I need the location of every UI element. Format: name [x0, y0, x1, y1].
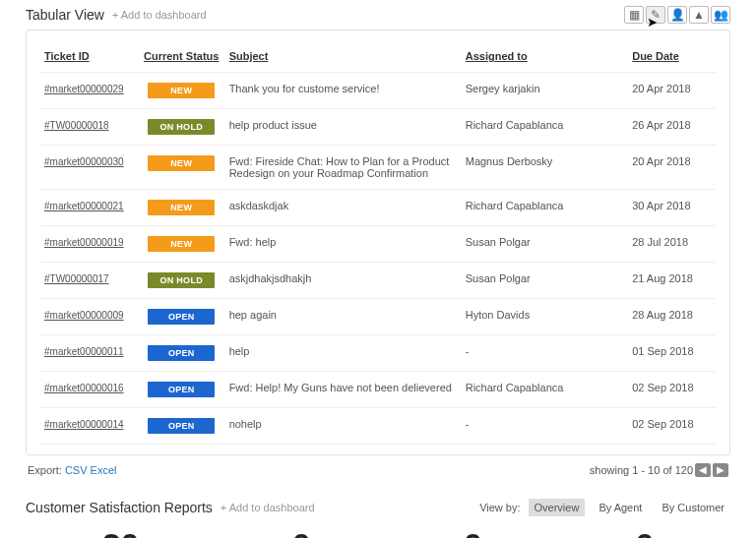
csr-title: Customer Satisfaction Reports — [26, 500, 213, 515]
subject-cell: hep again — [225, 299, 462, 335]
status-badge: OPEN — [148, 345, 215, 361]
ticket-id-link[interactable]: #market00000019 — [44, 237, 124, 248]
building-icon[interactable]: ▲ — [689, 6, 709, 24]
assigned-cell: - — [462, 335, 628, 372]
assigned-cell: Richard Capablanca — [462, 372, 628, 408]
status-badge: NEW — [148, 83, 215, 98]
assigned-cell: Magnus Derbosky — [462, 146, 628, 190]
due-cell: 02 Sep 2018 — [628, 372, 716, 408]
ticket-id-link[interactable]: #market00000021 — [44, 201, 124, 211]
export-excel-link[interactable]: Excel — [91, 464, 117, 476]
ticket-id-link[interactable]: #market00000011 — [44, 346, 124, 357]
due-cell: 28 Jul 2018 — [628, 226, 716, 263]
assigned-cell: Richard Capablanca — [462, 109, 628, 146]
viewby-overview[interactable]: Overview — [529, 499, 586, 516]
globe-icon[interactable]: ✎➤ — [646, 6, 665, 24]
col-assigned[interactable]: Assigned to — [462, 44, 628, 73]
due-cell: 26 Apr 2018 — [628, 109, 716, 146]
view-switch-toolbar: ▦ ✎➤ 👤 ▲ 👥 — [624, 6, 730, 24]
assigned-cell: Susan Polgar — [462, 226, 628, 263]
assigned-cell: Richard Capablanca — [462, 190, 628, 226]
tickets-table: Ticket ID Current Status Subject Assigne… — [40, 44, 716, 445]
ticket-id-link[interactable]: #TW00000017 — [44, 273, 109, 284]
subject-cell: Fwd: Fireside Chat: How to Plan for a Pr… — [225, 146, 462, 190]
subject-cell: Fwd: Help! My Guns have not been delieve… — [225, 372, 462, 408]
assigned-cell: Hyton Davids — [462, 299, 628, 335]
status-badge: NEW — [148, 200, 215, 215]
add-to-dashboard-link[interactable]: + Add to dashboard — [112, 9, 207, 21]
metric-2: 0 — [292, 526, 311, 538]
ticket-id-link[interactable]: #market00000016 — [44, 383, 124, 393]
paging-text: showing 1 - 10 of 120 — [590, 464, 693, 476]
status-badge: NEW — [148, 236, 215, 252]
status-badge: ON HOLD — [148, 272, 215, 288]
table-row: #market00000011OPENhelp-01 Sep 2018 — [40, 335, 716, 372]
table-row: #market00000019NEWFwd: helpSusan Polgar2… — [40, 226, 716, 263]
due-cell: 01 Sep 2018 — [628, 335, 716, 372]
cursor-icon: ➤ — [647, 15, 658, 30]
table-row: #market00000030NEWFwd: Fireside Chat: Ho… — [40, 146, 716, 190]
status-badge: OPEN — [148, 418, 215, 434]
prev-page-button[interactable]: ◀ — [695, 463, 711, 477]
subject-cell: askjdhakjsdhakjh — [225, 263, 462, 299]
subject-cell: Thank you for custome service! — [225, 73, 462, 109]
table-row: #TW00000018ON HOLDhelp product issueRich… — [40, 109, 716, 146]
ticket-id-link[interactable]: #market00000030 — [44, 156, 124, 167]
ticket-id-link[interactable]: #market00000014 — [44, 419, 124, 430]
subject-cell: askdaskdjak — [225, 190, 462, 226]
due-cell: 02 Sep 2018 — [628, 408, 716, 445]
group-icon[interactable]: 👥 — [711, 6, 730, 24]
viewby-agent[interactable]: By Agent — [593, 499, 648, 516]
ticket-id-link[interactable]: #market00000009 — [44, 310, 124, 321]
viewby-label: View by: — [479, 502, 520, 513]
ticket-id-link[interactable]: #market00000029 — [44, 84, 124, 94]
assigned-cell: Sergey karjakin — [462, 73, 628, 109]
status-badge: ON HOLD — [148, 119, 215, 135]
due-cell: 30 Apr 2018 — [628, 190, 716, 226]
viewby-customer[interactable]: By Customer — [656, 499, 730, 516]
export-label: Export: — [28, 464, 62, 476]
col-subject[interactable]: Subject — [225, 44, 462, 73]
table-row: #market00000029NEWThank you for custome … — [40, 73, 716, 109]
status-badge: NEW — [148, 155, 215, 171]
calendar-icon[interactable]: ▦ — [624, 6, 644, 24]
status-badge: OPEN — [148, 382, 215, 397]
subject-cell: help — [225, 335, 462, 372]
table-panel: Ticket ID Current Status Subject Assigne… — [26, 30, 730, 455]
col-status[interactable]: Current Status — [138, 44, 225, 73]
ticket-id-link[interactable]: #TW00000018 — [44, 120, 109, 131]
table-row: #market00000009OPENhep againHyton Davids… — [40, 299, 716, 335]
metric-1: 20 — [102, 526, 140, 538]
assigned-cell: - — [462, 408, 628, 445]
metric-4: 0 — [635, 526, 654, 538]
csr-metrics: 20 0 0 0 — [26, 526, 730, 538]
subject-cell: help product issue — [225, 109, 462, 146]
table-row: #market00000021NEWaskdaskdjakRichard Cap… — [40, 190, 716, 226]
due-cell: 21 Aug 2018 — [628, 263, 716, 299]
next-page-button[interactable]: ▶ — [713, 463, 728, 477]
table-row: #market00000014OPENnohelp-02 Sep 2018 — [40, 408, 716, 445]
subject-cell: nohelp — [225, 408, 462, 445]
due-cell: 20 Apr 2018 — [628, 73, 716, 109]
due-cell: 20 Apr 2018 — [628, 146, 716, 190]
person-icon[interactable]: 👤 — [667, 6, 687, 24]
status-badge: OPEN — [148, 309, 215, 325]
export-csv-link[interactable]: CSV — [65, 464, 88, 476]
metric-3: 0 — [464, 526, 482, 538]
table-row: #market00000016OPENFwd: Help! My Guns ha… — [40, 372, 716, 408]
assigned-cell: Susan Polgar — [462, 263, 628, 299]
subject-cell: Fwd: help — [225, 226, 462, 263]
due-cell: 28 Aug 2018 — [628, 299, 716, 335]
col-ticket-id[interactable]: Ticket ID — [40, 44, 138, 73]
page-title: Tabular View — [26, 7, 104, 23]
col-due[interactable]: Due Date — [628, 44, 716, 73]
table-row: #TW00000017ON HOLDaskjdhakjsdhakjhSusan … — [40, 263, 716, 299]
csr-add-link[interactable]: + Add to dashboard — [220, 502, 315, 513]
